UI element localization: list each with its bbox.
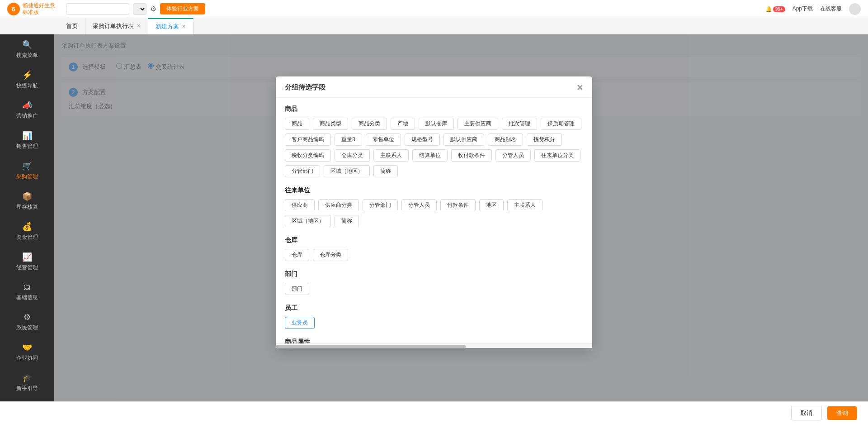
sidebar-item-inventory-label: 库存核算 xyxy=(16,203,38,211)
field-tag[interactable]: 商品别名 xyxy=(488,133,523,146)
section-partner-tags: 供应商 供应商分类 分管部门 分管人员 付款条件 地区 主联系人 区域（地区） … xyxy=(285,199,583,227)
logo-text: 畅捷通好生意 标准版 xyxy=(23,2,55,15)
sales-icon: 📊 xyxy=(22,131,32,141)
section-employee-title: 员工 xyxy=(285,304,583,312)
section-partner: 往来单位 供应商 供应商分类 分管部门 分管人员 付款条件 地区 主联系人 区域… xyxy=(285,186,583,227)
field-tag[interactable]: 付款条件 xyxy=(440,199,476,211)
field-tag[interactable]: 商品分类 xyxy=(352,118,387,130)
sidebar-item-guide-label: 新手引导 xyxy=(16,385,38,392)
inventory-icon: 📦 xyxy=(22,191,32,201)
section-partner-title: 往来单位 xyxy=(285,186,583,195)
field-tag[interactable]: 主要供应商 xyxy=(458,118,498,130)
field-tag[interactable]: 收付款条件 xyxy=(451,149,492,162)
notification-badge: 99+ xyxy=(773,6,785,12)
field-tag[interactable]: 规格型号 xyxy=(405,133,440,146)
sidebar-item-purchase[interactable]: 🛒 采购管理 xyxy=(0,156,54,186)
collab-icon: 🤝 xyxy=(22,343,32,353)
sidebar-item-finance[interactable]: 💰 资金管理 xyxy=(0,216,54,247)
sidebar-item-search-label: 搜索菜单 xyxy=(16,52,38,59)
modal-hscroll[interactable] xyxy=(276,343,592,348)
field-tag[interactable]: 部门 xyxy=(285,283,309,295)
sidebar-item-quick-nav-label: 快捷导航 xyxy=(16,82,38,90)
section-warehouse-title: 仓库 xyxy=(285,236,583,244)
logo-area: 6 畅捷通好生意 标准版 xyxy=(7,2,61,15)
sidebar-item-collab-label: 企业协同 xyxy=(16,354,38,362)
guide-icon: 🎓 xyxy=(22,373,32,383)
modal-close-btn[interactable]: ✕ xyxy=(576,83,583,93)
field-tag[interactable]: 分管部门 xyxy=(285,165,320,177)
field-tag[interactable]: 简称 xyxy=(335,215,359,227)
field-tag[interactable]: 批次管理 xyxy=(502,118,537,130)
sidebar-item-inventory[interactable]: 📦 库存核算 xyxy=(0,186,54,216)
field-tag[interactable]: 供应商分类 xyxy=(318,199,359,211)
section-warehouse: 仓库 仓库 仓库分类 xyxy=(285,236,583,261)
tab-home[interactable]: 首页 xyxy=(59,18,85,34)
field-tag[interactable]: 结算单位 xyxy=(412,149,448,162)
basics-icon: 🗂 xyxy=(23,282,31,292)
section-department-title: 部门 xyxy=(285,270,583,278)
operations-icon: 📈 xyxy=(22,252,32,262)
sidebar-item-search[interactable]: 🔍 搜索菜单 xyxy=(0,34,54,65)
field-tag[interactable]: 商品类型 xyxy=(313,118,348,130)
field-tag[interactable]: 分管部门 xyxy=(363,199,398,211)
confirm-button[interactable]: 查询 xyxy=(827,406,857,420)
section-product: 商品 商品 商品类型 商品分类 产地 默认仓库 主要供应商 批次管理 保质期管理… xyxy=(285,105,583,177)
cancel-button[interactable]: 取消 xyxy=(791,406,822,420)
field-tag[interactable]: 重量3 xyxy=(335,133,362,146)
user-avatar[interactable] xyxy=(849,3,861,15)
field-tag[interactable]: 分管人员 xyxy=(401,199,437,211)
tab-bar: 首页 采购订单执行表 ✕ 新建方案 ✕ xyxy=(0,18,868,34)
field-tag[interactable]: 商品 xyxy=(285,118,309,130)
field-tag[interactable]: 区域（地区） xyxy=(324,165,370,177)
field-tag[interactable]: 客户商品编码 xyxy=(285,133,331,146)
experience-btn[interactable]: 体验行业方案 xyxy=(160,3,205,14)
sidebar-item-system[interactable]: ⚙ 系统管理 xyxy=(0,307,54,337)
sidebar-item-guide[interactable]: 🎓 新手引导 xyxy=(0,367,54,398)
tab-purchase-exec[interactable]: 采购订单执行表 ✕ xyxy=(85,18,148,34)
sidebar-item-marketing-label: 营销推广 xyxy=(16,112,38,120)
section-product-tags: 商品 商品类型 商品分类 产地 默认仓库 主要供应商 批次管理 保质期管理 客户… xyxy=(285,118,583,177)
field-tag[interactable]: 拣货积分 xyxy=(527,133,562,146)
sidebar-item-collab[interactable]: 🤝 企业协同 xyxy=(0,337,54,367)
header-dropdown[interactable] xyxy=(133,3,146,15)
tab-new-plan[interactable]: 新建方案 ✕ xyxy=(148,18,193,34)
field-tag[interactable]: 默认供应商 xyxy=(443,133,484,146)
field-tag[interactable]: 地区 xyxy=(479,199,504,211)
field-tag[interactable]: 仓库分类 xyxy=(335,149,370,162)
field-tag[interactable]: 仓库分类 xyxy=(313,249,348,261)
field-tag[interactable]: 保质期管理 xyxy=(541,118,581,130)
sidebar-item-sales[interactable]: 📊 销售管理 xyxy=(0,125,54,156)
sidebar-item-marketing[interactable]: 📣 营销推广 xyxy=(0,95,54,125)
field-tag[interactable]: 区域（地区） xyxy=(285,215,331,227)
notification-area[interactable]: 🔔99+ xyxy=(765,6,785,12)
finance-icon: 💰 xyxy=(22,222,32,232)
sidebar-item-operations[interactable]: 📈 经营管理 xyxy=(0,247,54,277)
field-tag[interactable]: 默认仓库 xyxy=(419,118,454,130)
sidebar-item-quick-nav[interactable]: ⚡ 快捷导航 xyxy=(0,65,54,95)
tab-new-plan-label: 新建方案 xyxy=(156,23,179,31)
field-tag[interactable]: 零售单位 xyxy=(366,133,401,146)
field-tag[interactable]: 往来单位分类 xyxy=(534,149,580,162)
field-tag[interactable]: 税收分类编码 xyxy=(285,149,331,162)
search-icon: 🔍 xyxy=(22,40,32,50)
marketing-icon: 📣 xyxy=(22,100,32,110)
section-product-title: 商品 xyxy=(285,105,583,113)
field-tag[interactable]: 简称 xyxy=(373,165,398,177)
modal-hscroll-thumb xyxy=(276,345,466,348)
field-tag[interactable]: 供应商 xyxy=(285,199,315,211)
field-tag[interactable]: 分管人员 xyxy=(495,149,531,162)
tab-purchase-exec-close[interactable]: ✕ xyxy=(137,23,141,29)
search-input[interactable] xyxy=(66,3,129,15)
section-product-attrs-title: 商品属性 xyxy=(285,338,583,343)
field-tag[interactable]: 仓库 xyxy=(285,249,309,261)
field-tag[interactable]: 主联系人 xyxy=(507,199,542,211)
tab-new-plan-close[interactable]: ✕ xyxy=(182,24,186,29)
sidebar-item-system-label: 系统管理 xyxy=(16,324,38,332)
field-tag[interactable]: 业务员 xyxy=(285,317,315,329)
settings-icon[interactable]: ⚙ xyxy=(150,5,156,13)
app-download-link[interactable]: App下载 xyxy=(793,5,813,13)
online-service-link[interactable]: 在线客服 xyxy=(820,5,842,13)
field-tag[interactable]: 产地 xyxy=(391,118,415,130)
field-tag[interactable]: 主联系人 xyxy=(373,149,409,162)
sidebar-item-basics[interactable]: 🗂 基础信息 xyxy=(0,277,54,307)
